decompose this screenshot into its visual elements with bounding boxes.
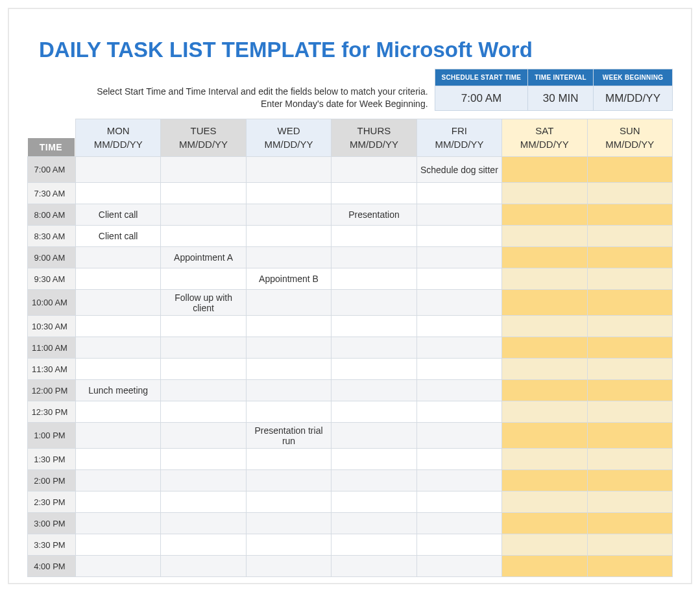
- schedule-cell[interactable]: [416, 513, 501, 534]
- schedule-cell[interactable]: [332, 337, 416, 359]
- schedule-cell[interactable]: [502, 423, 587, 449]
- schedule-cell[interactable]: [587, 290, 672, 316]
- schedule-cell[interactable]: [416, 316, 501, 337]
- time-interval-field[interactable]: 30 MIN: [528, 86, 594, 111]
- schedule-cell[interactable]: [332, 513, 416, 534]
- schedule-cell[interactable]: [246, 401, 331, 423]
- schedule-cell[interactable]: [416, 423, 501, 449]
- schedule-cell[interactable]: [75, 316, 160, 337]
- schedule-cell[interactable]: [75, 470, 160, 491]
- schedule-cell[interactable]: [416, 534, 501, 556]
- schedule-cell[interactable]: Lunch meeting: [75, 380, 160, 401]
- schedule-cell[interactable]: [502, 247, 587, 268]
- schedule-cell[interactable]: [587, 380, 672, 401]
- schedule-cell[interactable]: [416, 380, 501, 401]
- schedule-cell[interactable]: Appointment A: [161, 247, 246, 268]
- schedule-cell[interactable]: [161, 380, 246, 401]
- schedule-cell[interactable]: [416, 183, 501, 204]
- schedule-cell[interactable]: [75, 401, 160, 423]
- schedule-cell[interactable]: [502, 183, 587, 204]
- schedule-cell[interactable]: [502, 556, 587, 577]
- schedule-cell[interactable]: [75, 491, 160, 513]
- schedule-cell[interactable]: [161, 513, 246, 534]
- week-beginning-field[interactable]: MM/DD/YY: [594, 86, 673, 111]
- schedule-cell[interactable]: [502, 534, 587, 556]
- schedule-cell[interactable]: [502, 204, 587, 226]
- schedule-cell[interactable]: [416, 449, 501, 470]
- schedule-cell[interactable]: [587, 247, 672, 268]
- schedule-cell[interactable]: [416, 359, 501, 380]
- schedule-cell[interactable]: [246, 316, 331, 337]
- schedule-cell[interactable]: [246, 470, 331, 491]
- schedule-cell[interactable]: [75, 268, 160, 290]
- schedule-cell[interactable]: Presentation trial run: [246, 423, 331, 449]
- schedule-cell[interactable]: [416, 226, 501, 247]
- schedule-cell[interactable]: [246, 157, 331, 183]
- schedule-cell[interactable]: [161, 470, 246, 491]
- schedule-cell[interactable]: [332, 316, 416, 337]
- schedule-cell[interactable]: [246, 337, 331, 359]
- schedule-cell[interactable]: [161, 183, 246, 204]
- schedule-cell[interactable]: [332, 183, 416, 204]
- schedule-cell[interactable]: [161, 423, 246, 449]
- schedule-cell[interactable]: [416, 290, 501, 316]
- day-header[interactable]: TUESMM/DD/YY: [161, 119, 246, 157]
- schedule-cell[interactable]: [587, 534, 672, 556]
- schedule-cell[interactable]: [587, 316, 672, 337]
- schedule-cell[interactable]: [502, 513, 587, 534]
- schedule-cell[interactable]: [161, 204, 246, 226]
- schedule-cell[interactable]: [161, 534, 246, 556]
- schedule-cell[interactable]: [587, 513, 672, 534]
- schedule-cell[interactable]: [246, 534, 331, 556]
- schedule-cell[interactable]: [75, 556, 160, 577]
- day-header[interactable]: SATMM/DD/YY: [502, 119, 587, 157]
- schedule-cell[interactable]: [587, 449, 672, 470]
- schedule-cell[interactable]: [161, 491, 246, 513]
- schedule-cell[interactable]: [416, 401, 501, 423]
- day-header[interactable]: FRIMM/DD/YY: [416, 119, 501, 157]
- schedule-cell[interactable]: [246, 247, 331, 268]
- schedule-cell[interactable]: Client call: [75, 204, 160, 226]
- schedule-cell[interactable]: Schedule dog sitter: [416, 157, 501, 183]
- schedule-cell[interactable]: [161, 226, 246, 247]
- schedule-cell[interactable]: [246, 491, 331, 513]
- schedule-cell[interactable]: [161, 316, 246, 337]
- schedule-cell[interactable]: [332, 470, 416, 491]
- schedule-cell[interactable]: [587, 359, 672, 380]
- schedule-cell[interactable]: Appointment B: [246, 268, 331, 290]
- schedule-cell[interactable]: [502, 337, 587, 359]
- schedule-cell[interactable]: [246, 226, 331, 247]
- schedule-cell[interactable]: Follow up with client: [161, 290, 246, 316]
- day-header[interactable]: WEDMM/DD/YY: [246, 119, 331, 157]
- schedule-cell[interactable]: [75, 157, 160, 183]
- schedule-cell[interactable]: [161, 401, 246, 423]
- schedule-cell[interactable]: [75, 337, 160, 359]
- schedule-cell[interactable]: [161, 449, 246, 470]
- schedule-cell[interactable]: [75, 247, 160, 268]
- schedule-cell[interactable]: [75, 534, 160, 556]
- schedule-cell[interactable]: [246, 183, 331, 204]
- schedule-cell[interactable]: [416, 337, 501, 359]
- schedule-cell[interactable]: Presentation: [332, 204, 416, 226]
- schedule-cell[interactable]: [502, 380, 587, 401]
- schedule-cell[interactable]: [332, 247, 416, 268]
- schedule-cell[interactable]: [332, 401, 416, 423]
- schedule-cell[interactable]: [502, 226, 587, 247]
- schedule-cell[interactable]: [332, 157, 416, 183]
- schedule-cell[interactable]: [332, 359, 416, 380]
- schedule-cell[interactable]: [246, 449, 331, 470]
- schedule-cell[interactable]: [246, 556, 331, 577]
- schedule-cell[interactable]: [587, 556, 672, 577]
- schedule-cell[interactable]: [246, 204, 331, 226]
- schedule-cell[interactable]: [161, 157, 246, 183]
- schedule-cell[interactable]: [416, 470, 501, 491]
- schedule-cell[interactable]: [502, 157, 587, 183]
- schedule-cell[interactable]: [587, 470, 672, 491]
- schedule-cell[interactable]: [587, 204, 672, 226]
- schedule-cell[interactable]: [416, 247, 501, 268]
- schedule-cell[interactable]: [502, 290, 587, 316]
- schedule-cell[interactable]: [332, 449, 416, 470]
- schedule-cell[interactable]: [161, 359, 246, 380]
- schedule-cell[interactable]: [502, 470, 587, 491]
- schedule-cell[interactable]: [246, 380, 331, 401]
